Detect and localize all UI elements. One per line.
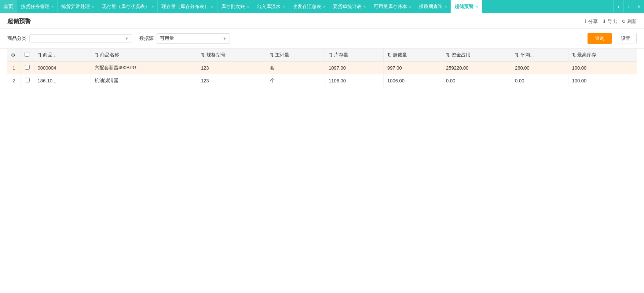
export-icon: ⬇ bbox=[602, 19, 606, 24]
nav-item-collect-summary[interactable]: 收发存汇总表 × bbox=[289, 0, 329, 13]
table-container: ⚙ ⇅ 商品... ⇅ 商品名称 ⇅ 规格型号 bbox=[0, 49, 644, 87]
nav-item-inventory-dist-close[interactable]: × bbox=[211, 4, 213, 9]
col-header-overstock[interactable]: ⇅ 超储量 bbox=[384, 49, 442, 62]
table-header-row: ⚙ ⇅ 商品... ⇅ 商品名称 ⇅ 规格型号 bbox=[7, 49, 637, 62]
row-2-product-name: 机油滤清器 bbox=[91, 74, 197, 87]
col-header-product-code[interactable]: ⇅ 商品... bbox=[34, 49, 91, 62]
page-header: 超储预警 ⤴ 分享 ⬇ 导出 ↻ 刷新 bbox=[0, 13, 644, 29]
category-select[interactable]: ▼ bbox=[29, 34, 132, 42]
nav-item-available-ledger[interactable]: 可用量库存账本 × bbox=[370, 0, 415, 13]
nav-item-abnormal-label: 拣货异常处理 bbox=[61, 3, 90, 10]
col-header-avg[interactable]: ⇅ 平均... bbox=[511, 49, 568, 62]
nav-item-batch[interactable]: 库存批次账 × bbox=[217, 0, 253, 13]
nav-close-all[interactable]: × bbox=[634, 0, 644, 13]
col-header-capital-label: 资金占用 bbox=[451, 52, 471, 58]
nav-item-available-ledger-close[interactable]: × bbox=[409, 4, 411, 9]
page-content: 超储预警 ⤴ 分享 ⬇ 导出 ↻ 刷新 商品分类 ▼ 数据源 bbox=[0, 13, 644, 293]
nav-item-quality-check[interactable]: 保质期查询 × bbox=[415, 0, 451, 13]
filter-actions: 查询 设置 bbox=[588, 33, 637, 44]
sort-icon-name: ⇅ bbox=[95, 52, 99, 58]
sort-icon-avg: ⇅ bbox=[515, 52, 519, 58]
query-button[interactable]: 查询 bbox=[588, 33, 612, 44]
col-header-max-stock[interactable]: ⇅ 最高库存 bbox=[568, 49, 637, 62]
export-label: 导出 bbox=[608, 18, 617, 25]
nav-item-batch-label: 库存批次账 bbox=[221, 3, 245, 10]
nav-item-batch-close[interactable]: × bbox=[247, 4, 249, 9]
sort-icon-stock: ⇅ bbox=[329, 52, 333, 58]
nav-item-inventory-status[interactable]: 现存量（库存状况表） × bbox=[98, 0, 158, 13]
table-row: 1 0000004 六配套新昌490BPG 123 套 1097.00 997.… bbox=[7, 62, 637, 74]
col-header-unit-label: 主计量 bbox=[275, 52, 289, 58]
col-header-avg-label: 平均... bbox=[520, 52, 534, 58]
col-header-overstock-label: 超储量 bbox=[393, 52, 407, 58]
nav-item-overstock-warning-close[interactable]: × bbox=[475, 4, 477, 9]
gear-icon[interactable]: ⚙ bbox=[11, 52, 15, 58]
row-2-product-code: 186-10... bbox=[34, 74, 91, 87]
row-1-checkbox[interactable] bbox=[25, 65, 30, 70]
nav-item-inventory-dist-label: 现存量（库存分布表） bbox=[161, 3, 209, 10]
row-2-unit: 个 bbox=[266, 74, 325, 87]
col-header-unit[interactable]: ⇅ 主计量 bbox=[266, 49, 325, 62]
nav-item-inventory-status-close[interactable]: × bbox=[151, 4, 154, 9]
nav-item-task-mgmt-close[interactable]: × bbox=[51, 4, 54, 9]
refresh-button[interactable]: ↻ 刷新 bbox=[622, 18, 637, 25]
row-2-checkbox[interactable] bbox=[25, 78, 30, 82]
nav-item-inventory-status-label: 现存量（库存状况表） bbox=[102, 3, 150, 10]
table-row: 2 186-10... 机油滤清器 123 个 1106.00 1006.00 … bbox=[7, 74, 637, 87]
nav-item-abnormal-close[interactable]: × bbox=[92, 4, 94, 9]
col-header-capital[interactable]: ⇅ 资金占用 bbox=[442, 49, 511, 62]
col-header-product-name[interactable]: ⇅ 商品名称 bbox=[91, 49, 197, 62]
datasource-filter-group: 数据源 可用量 ▼ bbox=[139, 33, 230, 44]
category-filter-label: 商品分类 bbox=[7, 35, 26, 42]
col-header-stock[interactable]: ⇅ 库存量 bbox=[325, 49, 383, 62]
overstock-table: ⚙ ⇅ 商品... ⇅ 商品名称 ⇅ 规格型号 bbox=[7, 49, 637, 87]
datasource-select[interactable]: 可用量 ▼ bbox=[157, 33, 230, 44]
nav-item-task-mgmt-label: 拣货任务管理 bbox=[21, 3, 50, 10]
settings-button[interactable]: 设置 bbox=[615, 33, 637, 44]
export-button[interactable]: ⬇ 导出 bbox=[602, 18, 617, 25]
row-1-capital: 259220.00 bbox=[442, 62, 511, 74]
share-icon: ⤴ bbox=[584, 19, 587, 24]
row-2-stock: 1106.00 bbox=[325, 74, 383, 87]
nav-item-home-label: 首页 bbox=[4, 3, 13, 10]
nav-item-overstock-warning-label: 超储预警 bbox=[454, 3, 473, 10]
nav-item-inout-flow-close[interactable]: × bbox=[282, 4, 285, 9]
share-button[interactable]: ⤴ 分享 bbox=[584, 18, 598, 25]
nav-left-arrow[interactable]: ‹ bbox=[613, 0, 623, 13]
row-2-checkbox-cell bbox=[21, 74, 34, 87]
nav-item-overstock-warning[interactable]: 超储预警 × bbox=[451, 0, 482, 13]
col-header-spec[interactable]: ⇅ 规格型号 bbox=[197, 49, 266, 62]
row-2-avg: 0.00 bbox=[511, 74, 568, 87]
share-label: 分享 bbox=[588, 18, 598, 25]
sort-icon-overstock: ⇅ bbox=[387, 52, 391, 58]
row-2-num: 2 bbox=[7, 74, 21, 87]
sort-icon-max-stock: ⇅ bbox=[572, 52, 576, 58]
datasource-filter-label: 数据源 bbox=[139, 35, 154, 42]
nav-item-order-stats[interactable]: 要货单统计表 × bbox=[329, 0, 370, 13]
nav-item-home[interactable]: 首页 bbox=[0, 0, 17, 13]
row-1-product-name: 六配套新昌490BPG bbox=[91, 62, 197, 74]
nav-item-inventory-dist[interactable]: 现存量（库存分布表） × bbox=[158, 0, 217, 13]
nav-item-task-mgmt[interactable]: 拣货任务管理 × bbox=[17, 0, 58, 13]
col-header-stock-label: 库存量 bbox=[334, 52, 348, 58]
nav-item-abnormal[interactable]: 拣货异常处理 × bbox=[58, 0, 98, 13]
row-1-unit: 套 bbox=[266, 62, 325, 74]
col-header-product-name-label: 商品名称 bbox=[100, 52, 119, 58]
row-1-max-stock: 100.00 bbox=[568, 62, 637, 74]
nav-item-quality-check-close[interactable]: × bbox=[444, 4, 447, 9]
row-1-num: 1 bbox=[7, 62, 21, 74]
datasource-dropdown-arrow: ▼ bbox=[223, 36, 227, 41]
nav-item-inout-flow[interactable]: 出入库流水 × bbox=[253, 0, 289, 13]
sort-icon-unit: ⇅ bbox=[270, 52, 274, 58]
top-navigation: 首页 拣货任务管理 × 拣货异常处理 × 现存量（库存状况表） × 现存量（库存… bbox=[0, 0, 644, 13]
row-2-max-stock: 100.00 bbox=[568, 74, 637, 87]
sort-icon: ⇅ bbox=[38, 52, 42, 58]
select-all-checkbox[interactable] bbox=[25, 52, 29, 57]
nav-right-arrow[interactable]: › bbox=[623, 0, 634, 13]
header-actions: ⤴ 分享 ⬇ 导出 ↻ 刷新 bbox=[584, 18, 637, 25]
page-title: 超储预警 bbox=[7, 18, 31, 25]
sort-icon-capital: ⇅ bbox=[446, 52, 450, 58]
nav-item-order-stats-close[interactable]: × bbox=[363, 4, 366, 9]
row-1-stock: 1097.00 bbox=[325, 62, 383, 74]
nav-item-collect-summary-close[interactable]: × bbox=[323, 4, 325, 9]
